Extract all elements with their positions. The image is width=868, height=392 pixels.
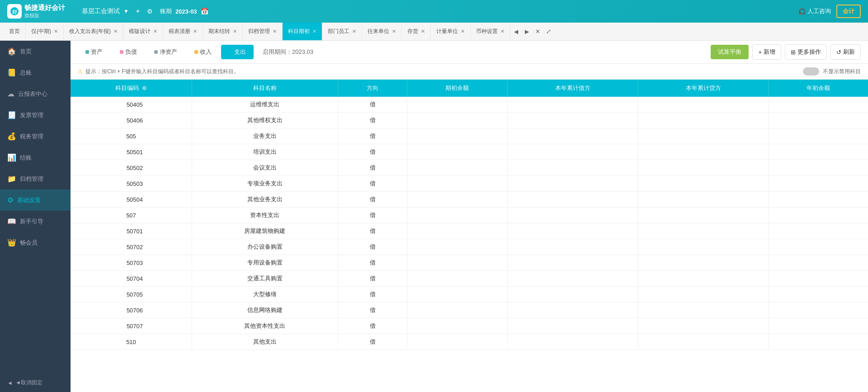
table-row[interactable]: 50501 培训支出 借 (71, 144, 868, 160)
tab-inventory-close[interactable]: ✕ (421, 28, 425, 34)
tab-subject-init-close[interactable]: ✕ (312, 28, 316, 34)
tab-contacts-close[interactable]: ✕ (392, 28, 396, 34)
tab-next-button[interactable]: ▶ (521, 26, 532, 37)
th-direction: 方向 (338, 80, 407, 97)
table-row[interactable]: 50504 其他业务支出 借 (71, 192, 868, 208)
sidebar-item-settings[interactable]: ⚙ 基础设置 (0, 189, 71, 211)
tab-expand-button[interactable]: ⤢ (543, 26, 554, 37)
tab-annual-report-close[interactable]: ✕ (113, 28, 118, 34)
tab-subject-init[interactable]: 科目期初 ✕ (283, 23, 322, 41)
add-new-button[interactable]: + 新增 (752, 44, 781, 60)
tab-contacts[interactable]: 往来单位 ✕ (362, 23, 402, 41)
table-row[interactable]: 50503 专项业务支出 借 (71, 176, 868, 192)
table-row[interactable]: 505 业务支出 借 (71, 128, 868, 144)
tab-currency[interactable]: 币种设置 ✕ (471, 23, 510, 41)
cell-direction: 借 (338, 223, 407, 239)
table-container[interactable]: 科目编码 ⚙ 科目名称 方向 期初余额 本年累计借方 本年累计贷方 年初余额 5… (71, 80, 868, 392)
tips-text-area: ⚠ 提示：按Ctrl + F键并输入科目编码或者科目名称可以查找科目。 (78, 68, 239, 76)
settings-icon[interactable]: ⚙ (147, 8, 153, 15)
cell-year-start (769, 318, 868, 334)
tab-inventory[interactable]: 存货 ✕ (402, 23, 431, 41)
sidebar-item-tax[interactable]: 💰 税务管理 (0, 126, 71, 147)
column-settings-icon[interactable]: ⚙ (142, 85, 147, 91)
more-actions-button[interactable]: ⊞ 更多操作 (785, 44, 827, 60)
tab-prev-button[interactable]: ◀ (510, 26, 521, 37)
period-label: 账期 (160, 7, 172, 15)
table-row[interactable]: 50405 运维维支出 借 (71, 97, 868, 113)
sub-tab-income[interactable]: 收入 (187, 45, 219, 59)
tab-archive-close[interactable]: ✕ (273, 28, 277, 34)
refresh-button[interactable]: ↺ 刷新 (830, 44, 861, 60)
cell-year-start (769, 176, 868, 192)
income-indicator (194, 50, 198, 54)
sidebar-item-invoice[interactable]: 🧾 发票管理 (0, 104, 71, 126)
tab-tax-table[interactable]: 税表清册 ✕ (163, 23, 203, 41)
tab-period-carry[interactable]: 期末结转 ✕ (203, 23, 243, 41)
tab-units[interactable]: 计量单位 ✕ (431, 23, 471, 41)
cell-code: 50706 (71, 302, 192, 318)
cell-ytd-credit (638, 302, 769, 318)
sub-tab-income-label: 收入 (200, 48, 212, 56)
tab-close-all-button[interactable]: ✕ (532, 26, 543, 37)
table-row[interactable]: 507 资本性支出 借 (71, 208, 868, 223)
sidebar-item-closing[interactable]: 📊 结账 (0, 147, 71, 168)
table-row[interactable]: 50701 房屋建筑物购建 借 (71, 223, 868, 239)
logo-area: 好 畅捷通好会计 旗舰版 (7, 4, 77, 19)
cell-year-start (769, 271, 868, 287)
table-row[interactable]: 50705 大型修缮 借 (71, 287, 868, 302)
sidebar-item-vip[interactable]: 👑 畅会员 (0, 232, 71, 253)
table-row[interactable]: 50406 其他维权支出 借 (71, 113, 868, 128)
tab-archive[interactable]: 归档管理 ✕ (243, 23, 283, 41)
sub-tab-equity[interactable]: 净资产 (146, 45, 185, 59)
table-row[interactable]: 50707 其他资本性支出 借 (71, 318, 868, 334)
plus-icon: + (758, 49, 762, 56)
ai-consulting-button[interactable]: 🎧 人工咨询 (798, 7, 831, 15)
cell-opening-balance (407, 192, 507, 208)
sub-tab-liabilities[interactable]: 负债 (112, 45, 145, 59)
tab-midterm-close[interactable]: ✕ (54, 28, 58, 34)
home-icon: 🏠 (7, 47, 16, 56)
tab-units-close[interactable]: ✕ (461, 28, 465, 34)
cell-name: 其他维权支出 (192, 113, 338, 128)
sub-tab-expenditure[interactable]: 支出 (221, 45, 254, 59)
tab-currency-close[interactable]: ✕ (500, 28, 505, 34)
tab-department[interactable]: 部门员工 ✕ (322, 23, 362, 41)
sidebar-item-home[interactable]: 🏠 首页 (0, 41, 71, 62)
sidebar-collapse-button[interactable]: ◄ ◄取消固定 (0, 373, 71, 392)
sidebar-item-guide-label: 新手引导 (20, 217, 43, 226)
calendar-icon[interactable]: 📅 (201, 8, 208, 15)
sidebar-item-ledger[interactable]: 📒 总账 (0, 62, 71, 83)
cell-name: 交通工具购置 (192, 271, 338, 287)
cell-direction: 借 (338, 318, 407, 334)
settings-gear-icon: ⚙ (7, 196, 14, 204)
sidebar-item-tax-label: 税务管理 (20, 132, 43, 141)
tab-template-close[interactable]: ✕ (153, 28, 157, 34)
dropdown-icon[interactable]: ▼ (123, 8, 129, 14)
tab-annual-report[interactable]: 收入支出表(年报) ✕ (64, 23, 123, 41)
tab-department-close[interactable]: ✕ (352, 28, 356, 34)
sidebar-item-archive[interactable]: 📁 归档管理 (0, 168, 71, 189)
cell-year-start (769, 255, 868, 271)
ai-consulting-label: 人工咨询 (807, 7, 831, 15)
cell-opening-balance (407, 334, 507, 350)
table-row[interactable]: 50502 会议支出 借 (71, 160, 868, 176)
balance-button[interactable]: 试算平衡 (711, 45, 749, 59)
account-button[interactable]: 会计 (836, 5, 861, 18)
tab-midterm[interactable]: 仅(中期) ✕ (26, 23, 64, 41)
table-row[interactable]: 50702 办公设备购置 借 (71, 239, 868, 255)
tab-period-carry-close[interactable]: ✕ (233, 28, 237, 34)
tab-homepage[interactable]: 首页 (4, 23, 26, 41)
tab-tax-table-close[interactable]: ✕ (193, 28, 197, 34)
tab-template[interactable]: 模版设计 ✕ (123, 23, 163, 41)
table-row[interactable]: 50703 专用设备购置 借 (71, 255, 868, 271)
sidebar-item-guide[interactable]: 📖 新手引导 (0, 211, 71, 232)
sub-tab-liabilities-label: 负债 (125, 48, 137, 56)
add-tab-button[interactable]: + (132, 6, 143, 17)
sidebar-item-reports[interactable]: ☁ 云报表中心 (0, 83, 71, 104)
table-row[interactable]: 510 其他支出 借 (71, 334, 868, 350)
cell-opening-balance (407, 144, 507, 160)
table-row[interactable]: 50706 信息网络购建 借 (71, 302, 868, 318)
table-row[interactable]: 50704 交通工具购置 借 (71, 271, 868, 287)
disabled-toggle[interactable] (803, 67, 819, 76)
sub-tab-assets[interactable]: 资产 (78, 45, 110, 59)
